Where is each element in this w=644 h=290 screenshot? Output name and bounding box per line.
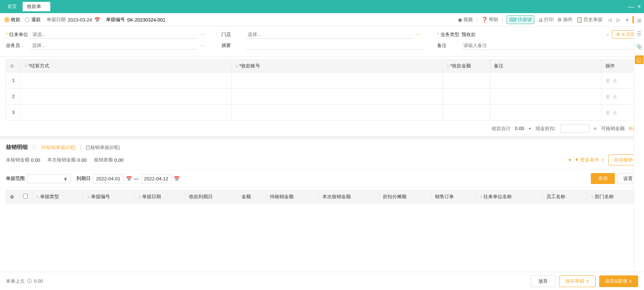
remark-input[interactable] [461,42,638,50]
layout-next-icon[interactable]: ▷ [615,16,622,23]
current-verify-value: 0.00 [77,157,86,163]
amount-cell-3[interactable] [443,105,490,121]
bth-current-amount: 本次核销金额 [319,191,379,203]
tab-home[interactable]: 首页 [3,2,21,11]
action-print[interactable]: 🖨 打印 [538,16,554,23]
verify-tab-pending[interactable]: 待核销单据(0笔) [42,144,76,151]
amount-cell-2[interactable] [443,89,490,105]
action-help[interactable]: ❓ 帮助 [482,16,498,23]
window-close-btn[interactable]: × [637,3,641,11]
more-filter-btn[interactable]: ▼ ▼ 更多条件 ∧ [568,157,605,163]
bth-doc-num: ⇅ 单据编号 [83,191,134,203]
action-video[interactable]: ◉ 视频 [458,16,473,23]
tab-close-btn[interactable]: × [43,4,46,9]
layout-list-icon[interactable]: ≡ [624,16,631,23]
radio-receipt[interactable]: 收款 [4,16,20,23]
bth-checkbox [19,191,32,203]
business-type-chevron[interactable]: ∨ [606,32,610,37]
main-content: 收款 退款 单据日期 2023-03-24 📅 单据编号 SK-20230324… [0,13,644,290]
store-more-btn[interactable]: ··· [415,31,423,38]
save-draft-chevron: ∧ [586,278,589,284]
settlement-cell-1[interactable] [21,72,232,89]
business-type-select[interactable]: 预收款 [462,31,604,38]
remark-cell-2[interactable] [490,89,601,105]
doc-range-label: 单据范围 [6,175,25,182]
side-icon-table[interactable]: ⊞ [635,16,644,25]
business-type-label: * 业务类型 [437,31,459,38]
total-value: 0.00 [515,126,524,131]
account-cell-3[interactable] [232,105,443,121]
select-all-checkbox[interactable] [23,194,28,199]
delete-row-3-icon[interactable]: 🗑 [605,110,610,115]
radio-refund-circle [25,17,30,22]
settlement-cell-3[interactable] [21,105,232,121]
settlement-cell-2[interactable] [21,89,232,105]
radio-refund[interactable]: 退款 [25,16,41,23]
doc-number-value: SK-20230324-001 [127,17,166,23]
counterparty-input[interactable] [30,31,197,39]
amount-cell-1[interactable] [443,72,490,89]
th-gear: ⚙ [6,60,21,72]
delete-row-2-icon[interactable]: 🗑 [605,94,610,99]
remark-cell-3[interactable] [490,105,601,121]
date-to-input[interactable]: 2022-04-12 [141,174,172,183]
discount-input[interactable] [560,124,589,133]
store-label: 门店 [221,31,243,38]
verify-tab-done[interactable]: 已核销单据(0笔) [86,144,120,151]
staff-label: 业务员 [6,42,28,49]
bottom-table-gear-icon[interactable]: ⚙ [10,194,14,200]
th-amount: ⇅ *收款金额 [443,60,490,72]
account-cell-1[interactable] [232,72,443,89]
date-from-input[interactable]: 2022-04-01 [93,174,124,183]
account-cell-2[interactable] [232,89,443,105]
side-icon-expand[interactable]: ◱ [635,55,644,64]
save-draft-button[interactable]: 保存草稿 ∧ [559,275,596,287]
business-type-value: 预收款 [462,31,476,38]
footer-info-icon[interactable]: ⓘ [27,278,32,285]
discard-button[interactable]: 放弃 [531,275,555,287]
counterparty-field: * 往来单位 ··· [6,31,207,39]
table-settings-icon[interactable]: ⚙ [10,63,14,69]
calendar-icon[interactable]: 📅 [94,17,100,23]
remark-cell-1[interactable] [490,72,601,89]
delete-row-1-icon[interactable]: 🗑 [605,78,610,83]
save-new-button[interactable]: 保存&新增 ∧ [599,275,638,287]
copy-row-2-icon[interactable]: ⊕ [613,94,617,99]
date-value[interactable]: 2023-03-24 [68,17,92,23]
verify-info-icon[interactable]: ⓘ [32,144,37,151]
tab-receipt[interactable]: 收款单 × [23,2,50,11]
footer-bar: 本单上欠 ⓘ 0.00 放弃 保存草稿 ∧ 保存&新增 ∧ [0,272,644,290]
copy-row-1-icon[interactable]: ⊕ [613,78,617,83]
discount-label: 现金折扣: [535,125,556,132]
summary-input[interactable] [246,42,423,50]
receipt-type-radio-group: 收款 退款 [4,16,41,23]
action-operate[interactable]: ⚙ 操作 [557,16,573,23]
uncleared-stat: 未核销金额 0.00 [6,157,40,163]
date-from-calendar-icon[interactable]: 📅 [126,176,132,181]
toolbar-row: 收款 退款 单据日期 2023-03-24 📅 单据编号 SK-20230324… [0,13,644,27]
settings-gear-icon: ⚙ [616,32,620,37]
due-date-field: 到期日 2022-04-01 📅 — 2022-04-12 📅 [76,174,180,183]
date-to-calendar-icon[interactable]: 📅 [174,176,180,181]
bth-gear: ⚙ [6,191,19,203]
staff-more-btn[interactable]: ··· [199,42,207,49]
action-shortcut[interactable]: ⌨ 快捷键 [507,15,534,24]
query-button[interactable]: 查询 [591,173,615,184]
window-minimize-btn[interactable]: — [628,3,634,11]
counterparty-more-btn[interactable]: ··· [199,31,207,38]
history-icon: 📋 [576,17,582,23]
action-cell-1: 🗑 ⊕ [602,72,638,89]
side-icon-list[interactable]: ☰ [635,29,644,38]
copy-row-3-icon[interactable]: ⊕ [613,110,617,115]
table-row: 3 🗑 ⊕ [6,105,638,121]
verify-stats: 未核销金额 0.00 本次核销金额 0.00 核销差额 0.00 ▼ ▼ 更多条… [6,154,638,165]
side-icon-attach[interactable]: 📎 [635,42,644,51]
layout-prev-icon[interactable]: ◁ [606,16,613,23]
action-history[interactable]: 📋 历史单据 [576,16,602,23]
summary-field: 摘要 [221,42,423,50]
store-input[interactable] [246,31,413,39]
form-section: * 往来单位 ··· 门店 ··· * 业务类型 预收款 ∨ ⚙ [0,27,644,56]
footer-info: 本单上欠 ⓘ 0.00 [6,278,43,285]
doc-range-select[interactable]: ∨ [27,174,71,183]
staff-input[interactable] [30,42,197,50]
